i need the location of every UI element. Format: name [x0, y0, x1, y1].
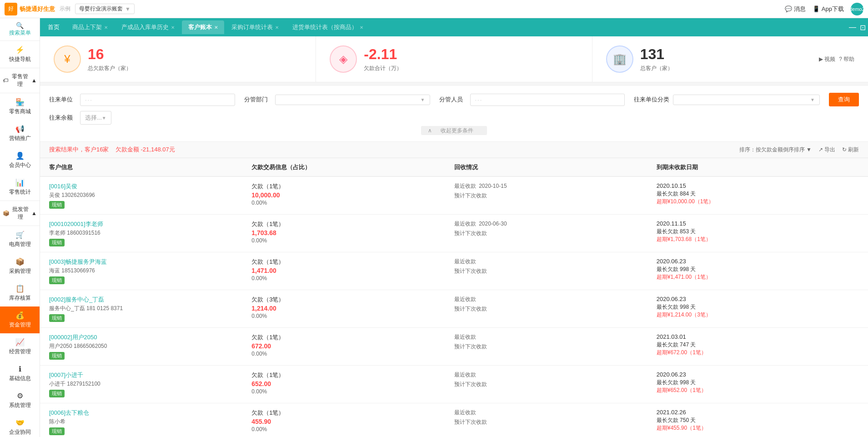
- customer-name-1[interactable]: [0001020001]李老师: [49, 220, 251, 228]
- tab-home[interactable]: 首页: [42, 20, 65, 34]
- col-header-customer: 客户信息: [49, 163, 251, 171]
- due-info-5: 2020.06.23 最长欠款 998 天 超期¥652.00（1笔）: [657, 371, 859, 394]
- sidebar-item-finance[interactable]: 💰 资金管理: [0, 306, 40, 333]
- sidebar-item-retail-mgmt[interactable]: 🏷 零售管理 ▲: [0, 68, 40, 93]
- tab-close-products-listing[interactable]: ✕: [104, 25, 108, 30]
- tab-minimize-icon[interactable]: —: [849, 23, 856, 32]
- filter-item-manager: 分管人员 ···: [439, 94, 625, 106]
- debt-info-0: 欠款（1笔） 10,000.00 0.00%: [251, 182, 454, 206]
- tab-maximize-icon[interactable]: ⊡: [860, 23, 866, 32]
- tab-purchase-stats[interactable]: 采购订单统计表 ✕: [225, 20, 285, 34]
- tab-close-purchase-stats[interactable]: ✕: [275, 25, 279, 30]
- tab-inventory-stats[interactable]: 进货单统计表（按商品） ✕: [286, 20, 370, 34]
- table-row: [000002]用户2050 用户2050 18665062050 现销 欠款（…: [40, 328, 868, 366]
- filter-input-customer[interactable]: ···: [80, 94, 235, 106]
- tab-close-production-history[interactable]: ✕: [171, 25, 175, 30]
- sidebar-item-basic-info[interactable]: ℹ 基础信息: [0, 360, 40, 387]
- customer-name-3[interactable]: [0002]服务中心_丁磊: [49, 296, 251, 304]
- query-button[interactable]: 查询: [829, 93, 859, 106]
- balance-dropdown-arrow: ▼: [102, 116, 106, 121]
- sidebar-item-retail-mall[interactable]: 🏪 零售商城: [0, 93, 40, 120]
- customer-info-3: [0002]服务中心_丁磊 服务中心_丁磊 181 0125 8371 现销: [49, 296, 251, 322]
- customer-name-6[interactable]: [0006]去下粮仓: [49, 409, 251, 417]
- sidebar: 🔍 搜索菜单 ⚡ 快捷导航 🏷 零售管理 ▲ 🏪 零售商城 📢 营销推广 �: [0, 18, 40, 437]
- return-info-5: 最近收款 预计下次收款: [454, 371, 657, 388]
- sort-selector[interactable]: 排序：按欠款金额倒序排序 ▼: [739, 146, 812, 154]
- filter-row-1: 往来单位 ··· 分管部门 ▼: [49, 93, 859, 106]
- customer-info-4: [000002]用户2050 用户2050 18665062050 现销: [49, 333, 251, 360]
- stat-actions: ▶视频 ?帮助: [819, 55, 854, 63]
- customer-info-0: [0016]吴俊 吴俊 13026203696 现销: [49, 182, 251, 209]
- refresh-button[interactable]: ↻ 刷新: [842, 146, 859, 154]
- customer-info-6: [0006]去下粮仓 陈小希 现销: [49, 409, 251, 435]
- filter-collapse-toggle[interactable]: ∧ 收起更多条件: [49, 125, 859, 137]
- tab-production-history[interactable]: 产成品入库单历史 ✕: [115, 20, 181, 34]
- app-download-button[interactable]: 📱 App下载: [813, 5, 844, 13]
- tab-customer-ledger[interactable]: 客户账本 ✕: [182, 20, 224, 34]
- sidebar-item-member[interactable]: 👤 会员中心: [0, 147, 40, 174]
- logo-text: 畅捷通好生意: [20, 5, 55, 13]
- stat-label-debt-amount: 欠款合计（万）: [364, 65, 402, 72]
- debt-info-2: 欠款（1笔） 1,471.00 0.00%: [251, 258, 454, 281]
- help-action[interactable]: ?帮助: [839, 55, 854, 63]
- tab-right-controls: — ⊡: [849, 23, 866, 32]
- table-row: [0001020001]李老师 李老师 18600391516 现销 欠款（1笔…: [40, 215, 868, 252]
- sidebar-item-system[interactable]: ⚙ 系统管理: [0, 387, 40, 414]
- logo-icon: 好: [5, 3, 17, 15]
- return-info-2: 最近收款 预计下次收款: [454, 258, 657, 275]
- demo-badge: 示例: [60, 5, 70, 13]
- filter-input-dept[interactable]: ▼: [275, 95, 430, 105]
- results-actions: 排序：按欠款金额倒序排序 ▼ ↗ 导出 ↻ 刷新: [739, 146, 859, 154]
- col-header-due: 到期未收款日期: [657, 163, 859, 171]
- filter-item-category: 往来单位分类 ▼: [634, 95, 820, 105]
- filter-input-category[interactable]: ▼: [673, 95, 820, 105]
- video-action[interactable]: ▶视频: [819, 55, 835, 63]
- customer-name-5[interactable]: [0007]小进千: [49, 371, 251, 379]
- filter-label-customer: 往来单位: [49, 95, 76, 104]
- customer-name-4[interactable]: [000002]用户2050: [49, 333, 251, 342]
- filter-item-customer: 往来单位 ···: [49, 94, 235, 106]
- sidebar-item-enterprise-collab[interactable]: 🤝 企业协同: [0, 414, 40, 437]
- export-button[interactable]: ↗ 导出: [818, 146, 835, 154]
- sidebar-item-operations[interactable]: 📈 经营管理: [0, 333, 40, 360]
- due-info-2: 2020.06.23 最长欠款 998 天 超期¥1,471.00（1笔）: [657, 258, 859, 281]
- due-info-1: 2020.11.15 最长欠款 853 天 超期¥1,703.68（1笔）: [657, 220, 859, 243]
- debt-info-6: 欠款（1笔） 455.90 0.00%: [251, 409, 454, 432]
- customer-name-2[interactable]: [0003]畅捷服务尹海蓝: [49, 258, 251, 266]
- filter-input-manager[interactable]: ···: [470, 94, 625, 106]
- user-menu[interactable]: demo2: [851, 3, 863, 15]
- sidebar-item-retail-stats[interactable]: 📊 零售统计: [0, 174, 40, 201]
- sidebar-item-purchase[interactable]: 📦 采购管理: [0, 253, 40, 280]
- stat-icon-total: 🏢: [606, 45, 633, 73]
- filter-input-balance[interactable]: 选择... ▼: [80, 111, 111, 125]
- col-header-return: 回收情况: [454, 163, 657, 171]
- stat-icon-debt: ¥: [54, 45, 81, 73]
- tab-bar: 首页 商品上下架 ✕ 产成品入库单历史 ✕ 客户账本 ✕ 采购订单统计表 ✕: [40, 18, 868, 36]
- message-button[interactable]: 💬 消息: [785, 5, 806, 13]
- customer-name-0[interactable]: [0016]吴俊: [49, 182, 251, 191]
- filter-item-balance: 往来余额 选择... ▼: [49, 111, 111, 125]
- stat-info-debt-total: -2.11 欠款合计（万）: [364, 46, 402, 72]
- stat-label-total-customers: 总客户（家）: [640, 65, 673, 72]
- results-info: 搜索结果中，客户16家 欠款金额 -21,148.07元: [49, 146, 175, 154]
- tab-products-listing[interactable]: 商品上下架 ✕: [66, 20, 114, 34]
- tab-close-inventory-stats[interactable]: ✕: [360, 25, 363, 30]
- sidebar-item-ecommerce[interactable]: 🛒 电商管理: [0, 226, 40, 253]
- stat-info-debt: 16 总欠款客户（家）: [88, 46, 131, 72]
- results-bar: 搜索结果中，客户16家 欠款金额 -21,148.07元 排序：按欠款金额倒序排…: [40, 141, 868, 158]
- avatar: demo2: [851, 3, 863, 15]
- due-info-0: 2020.10.15 最长欠款 884 天 超期¥10,000.00（1笔）: [657, 182, 859, 206]
- sidebar-search[interactable]: 🔍 搜索菜单: [0, 18, 40, 41]
- sidebar-item-marketing[interactable]: 📢 营销推广: [0, 120, 40, 147]
- tab-close-customer-ledger[interactable]: ✕: [214, 25, 218, 30]
- company-selector[interactable]: 母婴行业演示账套 ▼: [75, 4, 135, 14]
- filter-label-dept: 分管部门: [244, 95, 271, 104]
- customer-phone-0: 吴俊 13026203696: [49, 191, 251, 199]
- table-row: [0003]畅捷服务尹海蓝 海蓝 18513066976 现销 欠款（1笔） 1…: [40, 252, 868, 290]
- debt-info-3: 欠款（3笔） 1,214.00 0.00%: [251, 296, 454, 319]
- return-info-3: 最近收款 预计下次收款: [454, 296, 657, 313]
- sidebar-item-quick-nav[interactable]: ⚡ 快捷导航: [0, 41, 40, 68]
- sidebar-item-inventory[interactable]: 📋 库存核算: [0, 280, 40, 306]
- filter-row-2: 往来余额 选择... ▼: [49, 111, 859, 125]
- sidebar-item-wholesale-mgmt[interactable]: 📦 批发管理 ▲: [0, 201, 40, 226]
